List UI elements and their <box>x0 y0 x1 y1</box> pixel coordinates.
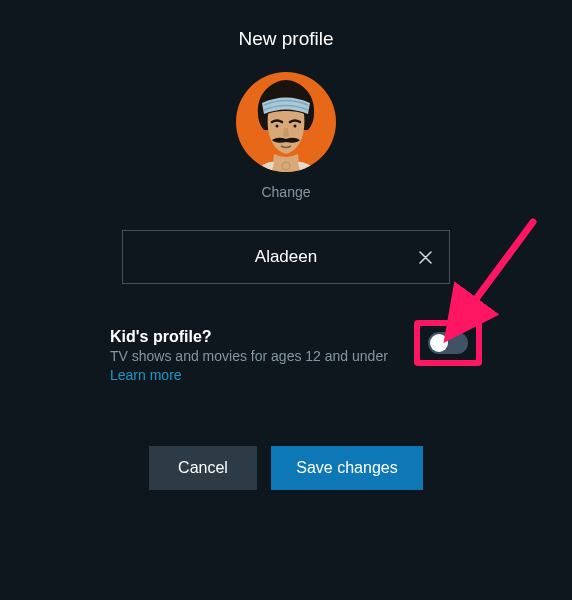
kids-profile-text: Kid's profile? TV shows and movies for a… <box>110 328 414 384</box>
kids-profile-title: Kid's profile? <box>110 328 414 346</box>
clear-name-button[interactable] <box>414 246 436 268</box>
svg-point-1 <box>294 125 297 128</box>
save-changes-button[interactable]: Save changes <box>271 446 423 490</box>
kids-profile-subtitle: TV shows and movies for ages 12 and unde… <box>110 348 414 364</box>
annotation-highlight-box <box>414 320 482 366</box>
avatar-section: Change <box>0 72 572 200</box>
cancel-button[interactable]: Cancel <box>149 446 257 490</box>
profile-avatar[interactable] <box>236 72 336 172</box>
svg-point-0 <box>276 125 279 128</box>
toggle-knob <box>430 334 448 352</box>
close-icon <box>419 251 432 264</box>
button-row: Cancel Save changes <box>0 446 572 490</box>
page-title: New profile <box>0 0 572 50</box>
kids-profile-row: Kid's profile? TV shows and movies for a… <box>110 328 482 384</box>
avatar-image <box>236 72 336 172</box>
learn-more-link[interactable]: Learn more <box>110 367 182 383</box>
profile-name-input[interactable] <box>122 230 450 284</box>
svg-line-3 <box>456 222 533 326</box>
kids-profile-toggle[interactable] <box>428 332 468 354</box>
name-field-wrap <box>122 230 450 284</box>
change-avatar-link[interactable]: Change <box>261 184 310 200</box>
